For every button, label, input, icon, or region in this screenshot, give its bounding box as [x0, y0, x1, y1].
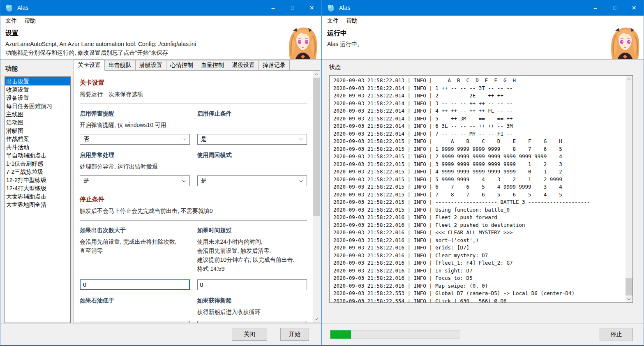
sidebar-item[interactable]: 出击设置 [5, 77, 70, 85]
log-line: 2020-09-03 21:58:22.015 | INFO | 4 9999 … [333, 168, 626, 176]
sidebar-heading: 功能 [5, 65, 74, 73]
sidebar-item[interactable]: 7-2三战拣垃圾 [5, 168, 70, 176]
sidebar-item[interactable]: 主线图 [5, 110, 70, 118]
sidebar-item[interactable]: 大世界地图全清 [5, 201, 70, 209]
scrollbar-thumb[interactable] [626, 278, 632, 295]
tab[interactable]: 血量控制 [197, 60, 228, 70]
divider [80, 220, 307, 221]
log-line: 2020-09-03 21:58:22.015 | INFO | 5 9999 … [333, 176, 626, 184]
menu-item[interactable]: 帮助 [342, 16, 361, 26]
runner-main: 状态 2020-09-03 21:58:22.013 | INFO | A B … [322, 60, 644, 323]
select-value: 是 [83, 177, 89, 185]
desktop: Alas – □ ✕ 文件帮助 设置 AzurLaneAutoScript, A… [0, 0, 644, 346]
select-value: 是 [201, 177, 207, 185]
avatar-image [287, 27, 319, 59]
field-label: 启用弹窗提醒 [80, 110, 190, 118]
menu-item[interactable]: 文件 [323, 16, 342, 26]
settings-bottom-bar: 关闭 开始 [0, 323, 321, 345]
field-if-new-ship: 如果获得新船 获得新船后进入收获循环 否 [197, 297, 307, 323]
window-title: Alas [339, 5, 350, 11]
if-new-ship-select[interactable]: 否 [197, 321, 307, 323]
field-help: 处理部分异常, 运行出错时撤退 [80, 162, 190, 173]
field-if-count: 如果出击次数大于 会沿用先前设置, 完成出击将扣除次数, 直至清零 [80, 227, 190, 290]
alas-logo-icon [5, 4, 13, 12]
log-scrollbar[interactable] [626, 76, 632, 302]
popup-enable-select[interactable]: 否 [80, 134, 190, 145]
sidebar-item[interactable]: 作战档案 [5, 135, 70, 143]
if-count-input[interactable] [80, 279, 190, 290]
minimize-button[interactable]: – [586, 0, 605, 16]
maximize-button[interactable]: □ [283, 0, 302, 16]
scroll-up-arrow[interactable] [313, 71, 320, 78]
sidebar-item[interactable]: 12-4打大型练级 [5, 184, 70, 192]
alas-logo-icon [327, 4, 335, 12]
log-line: 2020-09-03 21:58:22.553 | INFO | Global … [333, 290, 626, 298]
log-output: 2020-09-03 21:58:22.013 | INFO | A B C D… [330, 76, 626, 302]
sidebar-item[interactable]: 每日任务困难演习 [5, 102, 70, 110]
sidebar-item[interactable]: 半自动辅助点击 [5, 151, 70, 159]
loop-mode-select[interactable]: 是 [197, 175, 307, 186]
if-oil-input[interactable] [80, 321, 190, 323]
runner-header: 运行中 Alas 运行中。 [322, 26, 644, 60]
maximize-button[interactable]: □ [605, 0, 624, 16]
menu-item[interactable]: 帮助 [21, 16, 39, 26]
window-controls: – □ ✕ [586, 0, 644, 16]
log-line: 2020-09-03 21:58:22.015 | INFO | Using f… [333, 206, 626, 214]
scroll-track[interactable] [626, 83, 632, 295]
panel-body: 关卡设置 需要运行一次来保存选项 启用弹窗提醒 开启弹窗提醒, 仅 window… [74, 71, 313, 323]
tab[interactable]: 心情控制 [166, 60, 197, 70]
log-line: 2020-09-03 21:58:22.014 | INFO | 5 -- ++… [333, 115, 626, 123]
field-if-oil: 如果石油低于 [80, 297, 190, 323]
field-label: 使用周回模式 [197, 152, 307, 159]
log-line: 2020-09-03 21:58:22.014 | INFO | 4 ++ ++… [333, 107, 626, 115]
field-label: 如果获得新船 [197, 297, 307, 304]
runner-bottom-bar: 停止 [322, 323, 644, 345]
field-label: 如果石油低于 [80, 297, 190, 304]
menu-item[interactable]: 文件 [2, 16, 21, 26]
tab[interactable]: 掉落记录 [259, 60, 290, 70]
field-help [197, 120, 307, 131]
section-desc-stop: 触发后不会马上停止会先完成当前出击, 不需要就填0 [80, 208, 313, 215]
field-stop-enable: 启用停止条件 是 [197, 110, 307, 145]
tab[interactable]: 退役设置 [228, 60, 259, 70]
tab[interactable]: 关卡设置 [74, 60, 105, 71]
log-line: 2020-09-03 21:58:22.013 | INFO | A B C D… [333, 77, 626, 85]
sidebar-item[interactable]: 活动图 [5, 118, 70, 127]
sidebar-item[interactable]: 12-2打中型练级 [5, 176, 70, 184]
settings-window: Alas – □ ✕ 文件帮助 设置 AzurLaneAutoScript, A… [0, 0, 322, 346]
field-label: 如果时间超过 [197, 227, 307, 234]
stop-button[interactable]: 停止 [600, 328, 633, 341]
scroll-down-arrow[interactable] [626, 295, 632, 302]
close-window-button[interactable]: ✕ [624, 0, 644, 16]
tab[interactable]: 出击舰队 [104, 60, 136, 70]
sidebar-item[interactable]: 大世界辅助点击 [5, 192, 70, 201]
page-title: 运行中 [327, 29, 607, 38]
sidebar-item[interactable]: 共斗活动 [5, 143, 70, 151]
sidebar-item[interactable]: 1-1伏击刷好感 [5, 159, 70, 168]
page-title: 设置 [5, 29, 284, 38]
field-help: 会沿用先前设置, 完成出击将扣除次数, 直至清零 [80, 237, 190, 277]
stop-enable-select[interactable]: 是 [197, 134, 307, 145]
settings-scrollbar[interactable] [313, 71, 320, 323]
sidebar-item[interactable]: 潜艇图 [5, 127, 70, 135]
if-time-input[interactable] [197, 279, 307, 290]
field-help [197, 162, 307, 173]
log-line: 2020-09-03 21:58:22.016 | INFO | Grids: … [333, 244, 626, 252]
exception-select[interactable]: 是 [80, 175, 190, 186]
scroll-up-arrow[interactable] [626, 76, 632, 83]
log-line: 2020-09-03 21:58:22.016 | INFO | Clear m… [333, 252, 626, 260]
divider [80, 104, 307, 104]
section-desc-stage: 需要运行一次来保存选项 [80, 91, 313, 98]
scroll-down-arrow[interactable] [313, 316, 320, 323]
close-button[interactable]: 关闭 [232, 328, 267, 341]
minimize-button[interactable]: – [263, 0, 283, 16]
sidebar-item[interactable]: 设备设置 [5, 94, 70, 102]
scroll-track[interactable] [313, 78, 320, 316]
status-label: 状态 [329, 64, 341, 71]
scrollbar-thumb[interactable] [313, 78, 320, 216]
start-button[interactable]: 开始 [280, 328, 309, 341]
tab[interactable]: 潜艇设置 [135, 60, 166, 70]
sidebar-item[interactable]: 收菜设置 [5, 85, 70, 94]
close-window-button[interactable]: ✕ [302, 0, 321, 16]
field-if-time: 如果时间超过 使用未来24小时内的时间, 会沿用先前设置, 触发后清零. 建议提… [197, 227, 307, 290]
